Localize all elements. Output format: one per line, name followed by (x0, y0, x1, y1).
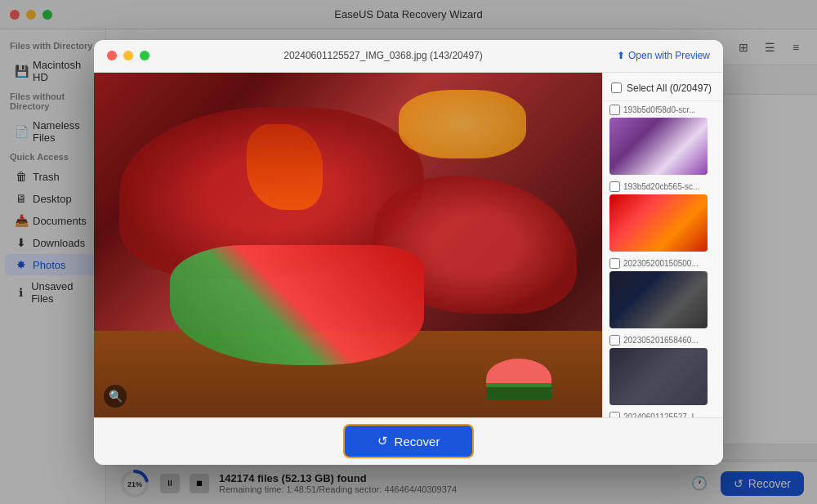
recover-modal-icon: ↺ (377, 434, 388, 448)
thumbnail-item-3[interactable]: 202305200150500... (609, 258, 717, 328)
zoom-icon-glyph: 🔍 (109, 390, 123, 403)
orange-fruit (247, 124, 323, 211)
thumb-checkbox-1[interactable] (609, 105, 620, 115)
recover-modal-label: Recover (395, 435, 440, 448)
thumb-img-visual-3 (609, 271, 708, 328)
thumb-img-1[interactable] (609, 118, 708, 175)
thumb-filename-1: 193b5d0f58d0-scr... (609, 105, 717, 115)
thumb-filename-5: 20240601125527_I... (609, 412, 717, 417)
thumbnail-scroll-area[interactable]: 193b5d0f58d0-scr... 193b5d20cb565-sc... (603, 101, 723, 417)
select-all-row: Select All (0/20497) (611, 79, 715, 97)
select-all-label: Select All (0/20497) (627, 83, 712, 94)
watermelon-slice (486, 359, 551, 399)
modal-maximize-button[interactable] (140, 51, 150, 60)
thumb-checkbox-2[interactable] (609, 181, 620, 192)
thumb-img-visual-4 (609, 348, 708, 405)
image-preview-area: 🔍 (94, 73, 602, 417)
open-with-preview-button[interactable]: ⬆ Open with Preview (617, 50, 710, 61)
recover-button-modal[interactable]: ↺ Recover (343, 424, 475, 458)
thumb-filename-2: 193b5d20cb565-sc... (609, 181, 717, 192)
thumbnail-item-1[interactable]: 193b5d0f58d0-scr... (609, 105, 717, 175)
thumb-checkbox-5[interactable] (609, 412, 620, 417)
zoom-in-button[interactable]: 🔍 (104, 385, 127, 408)
thumb-filename-4: 202305201658460... (609, 335, 717, 346)
thumb-header: Select All (0/20497) (603, 73, 723, 101)
thumb-checkbox-3[interactable] (609, 258, 620, 269)
thumbnail-panel: Select All (0/20497) 193b5d0f58d0-scr... (602, 73, 723, 417)
thumb-checkbox-4[interactable] (609, 335, 620, 346)
thumb-img-visual-1 (609, 118, 708, 175)
modal-title: 20240601125527_IMG_0368.jpg (143/20497) (150, 50, 617, 61)
preview-modal: 20240601125527_IMG_0368.jpg (143/20497) … (94, 40, 723, 465)
thumb-img-visual-2 (609, 194, 708, 252)
thumb-img-3[interactable] (609, 271, 708, 328)
thumbnail-item-5[interactable]: 20240601125527_I... (609, 412, 717, 417)
open-preview-label: Open with Preview (628, 50, 710, 61)
thumbnail-item-2[interactable]: 193b5d20cb565-sc... (609, 181, 717, 252)
modal-overlay[interactable]: 20240601125527_IMG_0368.jpg (143/20497) … (0, 0, 817, 504)
thumb-img-4[interactable] (609, 348, 708, 405)
thumb-img-2[interactable] (609, 194, 708, 252)
modal-body: 🔍 Select All (0/20497) 193b5 (94, 73, 723, 417)
modal-close-button[interactable] (107, 51, 117, 60)
thumb-filename-3: 202305200150500... (609, 258, 717, 269)
yellow-fruit (399, 90, 526, 158)
modal-footer: ↺ Recover (94, 417, 723, 465)
select-all-checkbox[interactable] (611, 83, 622, 93)
thumbnail-item-4[interactable]: 202305201658460... (609, 335, 717, 405)
share-icon: ⬆ (617, 50, 625, 61)
fruit-overlay-3 (170, 245, 424, 366)
preview-image (94, 73, 602, 417)
modal-minimize-button[interactable] (123, 51, 133, 60)
modal-window-controls (107, 51, 150, 60)
modal-title-bar: 20240601125527_IMG_0368.jpg (143/20497) … (94, 40, 723, 73)
